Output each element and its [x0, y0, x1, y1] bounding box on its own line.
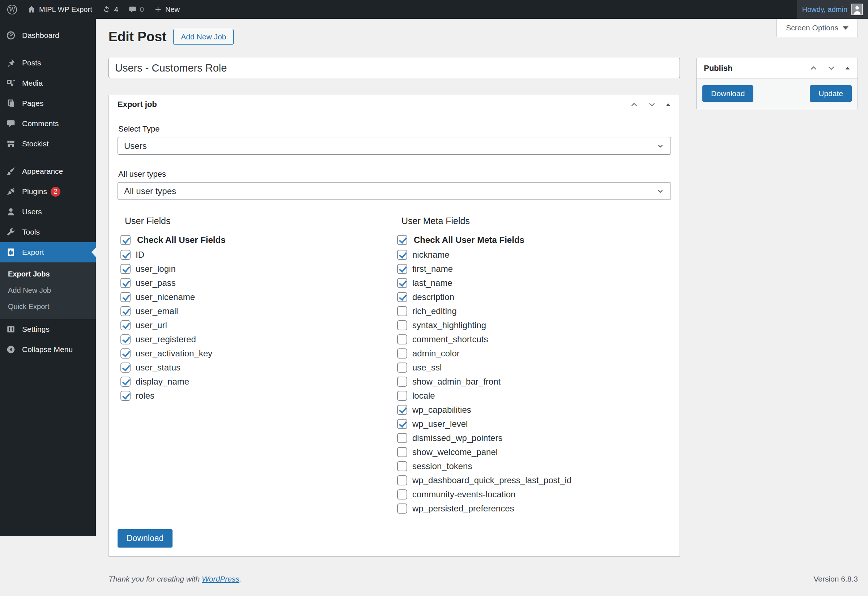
checked-checkbox[interactable] — [120, 264, 130, 274]
checkbox-row-id[interactable]: ID — [120, 250, 394, 260]
checkbox-row-wp-persisted-preferences[interactable]: wp_persisted_preferences — [397, 503, 671, 513]
checked-checkbox[interactable] — [120, 278, 130, 288]
submenu-item-add-new-job[interactable]: Add New Job — [0, 282, 96, 298]
submenu-item-export-jobs[interactable]: Export Jobs — [0, 266, 96, 282]
unchecked-checkbox[interactable] — [397, 461, 407, 471]
checked-checkbox[interactable] — [120, 292, 130, 302]
sidebar-item-settings[interactable]: Settings — [0, 319, 96, 339]
unchecked-checkbox[interactable] — [397, 503, 407, 513]
checkbox-row-comment-shortcuts[interactable]: comment_shortcuts — [397, 334, 671, 344]
checked-checkbox[interactable] — [397, 405, 407, 415]
unchecked-checkbox[interactable] — [397, 320, 407, 330]
sidebar-item-appearance[interactable]: Appearance — [0, 161, 96, 181]
unchecked-checkbox[interactable] — [397, 447, 407, 457]
move-down-icon[interactable] — [827, 64, 835, 72]
publish-download-button[interactable]: Download — [702, 85, 753, 102]
my-account-menu[interactable]: Howdy, admin — [797, 0, 868, 19]
sidebar-item-dashboard[interactable]: Dashboard — [0, 25, 96, 46]
move-up-icon[interactable] — [809, 64, 818, 72]
checkbox-row-user-login[interactable]: user_login — [120, 264, 394, 274]
sidebar-item-comments[interactable]: Comments — [0, 114, 96, 134]
checked-checkbox[interactable] — [397, 264, 407, 274]
checked-checkbox[interactable] — [397, 250, 407, 260]
checkbox-row-wp-capabilities[interactable]: wp_capabilities — [397, 405, 671, 415]
checkbox-row-description[interactable]: description — [397, 292, 671, 302]
checkbox-row-use-ssl[interactable]: use_ssl — [397, 363, 671, 373]
move-up-icon[interactable] — [630, 100, 638, 109]
sidebar-item-export[interactable]: Export — [0, 242, 96, 263]
submenu-item-quick-export[interactable]: Quick Export — [0, 298, 96, 315]
user-type-dropdown[interactable]: All user types — [118, 182, 671, 200]
unchecked-checkbox[interactable] — [397, 377, 407, 387]
checkbox-row-syntax-highlighting[interactable]: syntax_highlighting — [397, 320, 671, 330]
unchecked-checkbox[interactable] — [397, 348, 407, 358]
unchecked-checkbox[interactable] — [397, 391, 407, 401]
unchecked-checkbox[interactable] — [397, 489, 407, 500]
checkbox-row-show-welcome-panel[interactable]: show_welcome_panel — [397, 447, 671, 457]
checkbox-row-user-status[interactable]: user_status — [120, 363, 394, 373]
toggle-panel-icon[interactable] — [665, 102, 671, 107]
checked-checkbox[interactable] — [120, 306, 130, 316]
checkbox-row-user-email[interactable]: user_email — [120, 306, 394, 316]
checkbox-row-roles[interactable]: roles — [120, 391, 394, 401]
checked-checkbox[interactable] — [120, 320, 130, 330]
download-button[interactable]: Download — [118, 529, 173, 547]
checkbox-row-last-name[interactable]: last_name — [397, 278, 671, 288]
checked-checkbox[interactable] — [120, 363, 130, 373]
checkbox-row-nickname[interactable]: nickname — [397, 250, 671, 260]
update-button[interactable]: Update — [810, 85, 852, 102]
move-down-icon[interactable] — [648, 100, 656, 109]
checkbox-row-display-name[interactable]: display_name — [120, 377, 394, 387]
unchecked-checkbox[interactable] — [397, 433, 407, 443]
comments-link[interactable]: 0 — [123, 0, 149, 19]
checkbox-row-session-tokens[interactable]: session_tokens — [397, 461, 671, 471]
checked-checkbox[interactable] — [120, 377, 130, 387]
checkbox-row-locale[interactable]: locale — [397, 391, 671, 401]
sidebar-item-plugins[interactable]: Plugins2 — [0, 181, 96, 202]
checkbox-row-admin-color[interactable]: admin_color — [397, 348, 671, 358]
checked-checkbox[interactable] — [397, 419, 407, 429]
checked-checkbox[interactable] — [397, 278, 407, 288]
checkbox-row-user-activation-key[interactable]: user_activation_key — [120, 348, 394, 358]
checkbox-row-community-events-location[interactable]: community-events-location — [397, 489, 671, 500]
checkbox-row-check-all-user-fields[interactable]: Check All User Fields — [120, 235, 394, 245]
checkbox-row-show-admin-bar-front[interactable]: show_admin_bar_front — [397, 377, 671, 387]
unchecked-checkbox[interactable] — [397, 363, 407, 373]
sidebar-item-users[interactable]: Users — [0, 202, 96, 222]
checkbox-row-user-registered[interactable]: user_registered — [120, 334, 394, 344]
new-content-button[interactable]: New — [149, 0, 185, 19]
wordpress-menu-button[interactable]: W — [2, 0, 22, 19]
sidebar-item-posts[interactable]: Posts — [0, 53, 96, 73]
checked-checkbox[interactable] — [120, 348, 130, 358]
unchecked-checkbox[interactable] — [397, 334, 407, 344]
sidebar-item-tools[interactable]: Tools — [0, 222, 96, 242]
unchecked-checkbox[interactable] — [397, 306, 407, 316]
unchecked-checkbox[interactable] — [397, 475, 407, 485]
sidebar-item-media[interactable]: Media — [0, 73, 96, 93]
add-new-job-button[interactable]: Add New Job — [173, 29, 234, 45]
checked-checkbox[interactable] — [120, 334, 130, 344]
checked-checkbox[interactable] — [397, 292, 407, 302]
select-type-dropdown[interactable]: Users — [118, 137, 671, 155]
sidebar-item-pages[interactable]: Pages — [0, 93, 96, 114]
checkbox-row-check-all-user-meta-fields[interactable]: Check All User Meta Fields — [397, 235, 671, 245]
checkbox-row-wp-dashboard-quick-press-last-post-id[interactable]: wp_dashboard_quick_press_last_post_id — [397, 475, 671, 485]
post-title-input[interactable] — [108, 58, 680, 78]
checked-checkbox[interactable] — [120, 250, 130, 260]
site-name-link[interactable]: MIPL WP Export — [22, 0, 97, 19]
sidebar-item-stockist[interactable]: Stockist — [0, 134, 96, 154]
checkbox-row-user-pass[interactable]: user_pass — [120, 278, 394, 288]
checkbox-row-first-name[interactable]: first_name — [397, 264, 671, 274]
wordpress-link[interactable]: WordPress — [202, 575, 240, 583]
checkbox-row-user-url[interactable]: user_url — [120, 320, 394, 330]
checked-checkbox[interactable] — [397, 235, 407, 245]
checkbox-row-user-nicename[interactable]: user_nicename — [120, 292, 394, 302]
toggle-panel-icon[interactable] — [845, 65, 850, 71]
checked-checkbox[interactable] — [120, 391, 130, 401]
checkbox-row-wp-user-level[interactable]: wp_user_level — [397, 419, 671, 429]
checkbox-row-dismissed-wp-pointers[interactable]: dismissed_wp_pointers — [397, 433, 671, 443]
screen-options-tab[interactable]: Screen Options — [776, 19, 858, 37]
updates-link[interactable]: 4 — [97, 0, 123, 19]
checked-checkbox[interactable] — [120, 235, 130, 245]
checkbox-row-rich-editing[interactable]: rich_editing — [397, 306, 671, 316]
